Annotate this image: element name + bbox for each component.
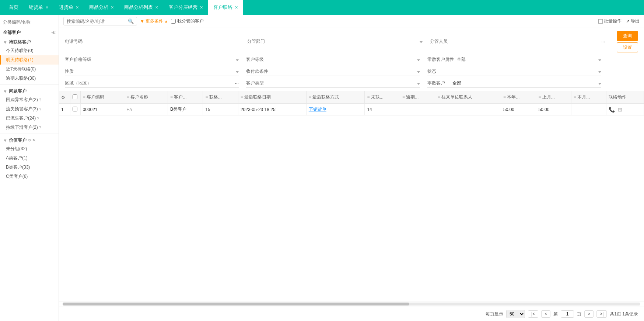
cell-unit-contact [435,104,501,115]
filter-row-1: 电话号码 分管部门 分管人员 ··· 查询 设置 [65,31,638,52]
sidebar-item-today[interactable]: 今天待联络(0) [0,46,59,55]
sidebar-item-7days[interactable]: 近7天待联络(0) [0,65,59,74]
dept-input[interactable] [272,39,419,44]
nav-product-analysis-list[interactable]: 商品分析列表 ✕ [119,0,164,15]
collapse-icon[interactable]: ≪ [51,30,56,35]
retail-attr-value: 全部 [457,56,598,63]
close-analysis-list-icon[interactable]: ✕ [155,5,158,10]
close-purchase-icon[interactable]: ✕ [76,5,79,10]
close-sales-icon[interactable]: ✕ [45,5,49,10]
scrollbar-track [63,303,640,306]
prev-page-btn[interactable]: < [541,310,550,318]
value-refresh-icon[interactable]: ↻ [28,138,31,142]
nav-product-analysis[interactable]: 商品分析 ✕ [84,0,119,15]
sidebar-search-area: 🔍 [0,17,59,27]
manager-input[interactable] [455,39,601,44]
filter-row-4: 区域（地区） ··· 客户类型 零散客户 全部 [65,79,638,88]
status-chevron-icon [598,69,601,74]
action-phone-icon[interactable]: 📞 [609,107,615,113]
th-settings[interactable]: ⚙ [59,91,70,104]
per-page-select[interactable]: 50 10 20 100 [506,310,525,318]
content-area: 🔍 ▼ 更多条件 ▲ 我分管的客户 批量操作 ↗ 导出 [59,15,644,321]
price-chevron-icon [236,57,239,62]
sidebar-item-declining[interactable]: 持续下滑客户(2) ? [0,123,59,132]
all-customers-header[interactable]: 全部客户 ≪ [0,27,59,37]
nature-chevron-icon [236,69,239,74]
filter-row-3: 性质 收付款条件 状态 [65,67,638,76]
cust-level-input[interactable] [271,57,417,62]
nature-input[interactable] [90,69,236,74]
reset-button[interactable]: 设置 [617,42,638,52]
region-dots-icon[interactable]: ··· [235,81,239,86]
filter-icon: ▼ [140,19,144,24]
close-contact-icon[interactable]: ✕ [235,5,238,10]
th-unit-contact: ≡ 往来单位联系人 [435,91,501,104]
select-all-checkbox[interactable] [73,94,77,99]
last-page-btn[interactable]: >| [596,310,607,318]
th-no-contact: ≡ 未联... [365,91,400,104]
search-input[interactable] [67,19,128,24]
my-customers-check[interactable] [171,19,176,24]
status-input[interactable] [452,69,598,74]
sidebar-item-churned[interactable]: 已流失客户(24) ? [0,114,59,123]
nav-purchase[interactable]: 进货单 ✕ [54,0,84,15]
batch-op-btn[interactable]: 批量操作 [598,18,622,24]
sidebar-item-ungrouped[interactable]: 未分组(32) [0,144,59,153]
filter-retail-cust: 零散客户 全部 [427,79,601,88]
value-group-label: ▼ 价值客户 ↻ ✎ [0,135,59,144]
cell-contact: 15 [203,104,238,115]
cell-last-date: 2023-05-23 18:25: [238,104,306,115]
sidebar: 🔍 全部客户 ≪ ▼ 待联络客户 今天待联络(0) 明天待联络(1) 近7天待联… [0,15,59,321]
sidebar-item-tomorrow[interactable]: 明天待联络(1) [0,55,59,65]
sidebar-item-overdue[interactable]: 逾期未联络(30) [0,74,59,83]
sidebar-item-classA[interactable]: A类客户(1) [0,153,59,163]
last-method-link[interactable]: 下销货单 [309,107,326,112]
th-checkbox[interactable] [70,91,80,104]
first-page-btn[interactable]: |< [528,310,538,318]
sidebar-item-classB[interactable]: B类客户(33) [0,163,59,172]
filter-retail-attr: 零散客户属性 全部 [427,55,601,64]
th-this-month: ≡ 本月... [571,91,606,104]
nav-home[interactable]: 首页 [4,0,24,15]
search-icon[interactable]: 🔍 [128,18,134,24]
cust-type-label: 客户类型 [246,80,268,86]
retail-attr-label: 零散客户属性 [427,56,454,63]
sidebar-item-churn-warning[interactable]: 流失预警客户(3) ? [0,104,59,114]
close-analysis-icon[interactable]: ✕ [111,5,114,10]
search-box: 🔍 [63,17,137,25]
filter-price-level: 客户价格等级 [65,55,239,64]
nav-sales[interactable]: 销货单 ✕ [24,0,54,15]
sidebar-item-abnormal[interactable]: 回购异常客户(2) ? [0,95,59,104]
more-conditions-btn[interactable]: ▼ 更多条件 ▲ [140,18,168,24]
next-page-btn[interactable]: > [584,310,594,318]
nav-customer-contact[interactable]: 客户联络 ✕ [208,0,243,15]
action-grid-icon[interactable]: ⊞ [618,107,622,113]
scrollbar-thumb[interactable] [63,303,409,306]
export-btn[interactable]: ↗ 导出 [626,18,640,24]
row-checkbox[interactable] [73,107,77,111]
th-name: ≡ 客户名称 [124,91,168,104]
query-button[interactable]: 查询 [617,31,638,41]
batch-checkbox-icon [598,19,603,24]
manager-dots-icon[interactable]: ··· [601,39,605,44]
phone-input[interactable] [90,39,240,44]
value-edit-icon[interactable]: ✎ [32,138,35,142]
sidebar-item-classC[interactable]: C类客户(6) [0,172,59,181]
price-level-input[interactable] [94,57,236,62]
nature-label: 性质 [65,68,87,75]
payment-input[interactable] [271,69,417,74]
cell-last-method[interactable]: 下销货单 [306,104,365,115]
sidebar-search-input[interactable] [3,20,58,25]
cell-checkbox[interactable] [70,104,80,115]
region-input[interactable] [94,81,235,86]
page-number-input[interactable] [561,310,574,318]
top-nav: 首页 销货单 ✕ 进货单 ✕ 商品分析 ✕ 商品分析列表 ✕ 客户分层经营 ✕ … [0,0,644,15]
close-tier-icon[interactable]: ✕ [200,5,203,10]
cell-action: 📞 ⊞ [606,104,644,115]
horizontal-scrollbar[interactable] [59,301,644,307]
filter-dept: 分管部门 [247,37,422,46]
sidebar-divider-1 [0,84,59,85]
nav-customer-tier[interactable]: 客户分层经营 ✕ [164,0,208,15]
export-icon: ↗ [626,19,630,24]
cust-type-input[interactable] [271,81,417,86]
